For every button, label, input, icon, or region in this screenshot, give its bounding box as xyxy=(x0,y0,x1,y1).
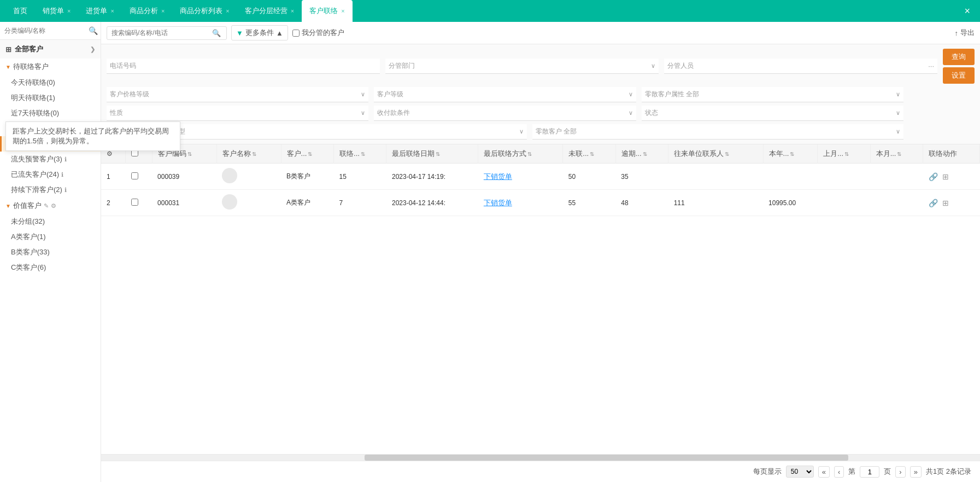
tooltip-box: 距客户上次交易时长，超过了此客户的平均交易周期的1.5倍，则视为异常。 xyxy=(5,121,180,151)
my-customer-filter[interactable]: 我分管的客户 xyxy=(292,28,344,38)
page-label: 第 xyxy=(848,467,855,477)
row2-grid-icon[interactable]: ⊞ xyxy=(942,199,949,207)
pending-contact-group[interactable]: ▼ 待联络客户 xyxy=(0,59,101,75)
row1-select-checkbox[interactable] xyxy=(131,172,138,179)
row1-checkbox[interactable] xyxy=(126,164,152,190)
close-customer-tier-icon[interactable]: × xyxy=(291,8,294,14)
col-no-contact[interactable]: 未联...⇅ xyxy=(563,144,615,164)
row2-link-icon[interactable]: 🔗 xyxy=(929,199,938,207)
table-header-row: ⚙ 客户编码⇅ 客户名称⇅ 客户...⇅ 联络...⇅ 最后联络日期⇅ 最后联络… xyxy=(101,144,980,164)
horizontal-scroll-thumb[interactable] xyxy=(365,455,848,461)
sidebar-search-bar: 🔍 xyxy=(0,22,101,40)
row1-method-link[interactable]: 下销货单 xyxy=(484,172,512,181)
page-number-input[interactable] xyxy=(860,466,879,478)
filter-department[interactable]: 分管部门 ∨ xyxy=(385,59,659,74)
row2-overdue: 48 xyxy=(615,190,668,216)
col-this-year[interactable]: 本年...⇅ xyxy=(763,144,818,164)
close-sales-order-icon[interactable]: × xyxy=(67,8,71,14)
next-page-button[interactable]: › xyxy=(895,466,905,478)
sidebar-item-a-class[interactable]: A类客户(1) xyxy=(0,229,101,245)
sort-icon-date: ⇅ xyxy=(436,151,440,157)
horizontal-scrollbar[interactable] xyxy=(101,454,980,461)
edit-icon[interactable]: ✎ xyxy=(44,202,49,210)
col-contact-person[interactable]: 往来单位联系人⇅ xyxy=(668,144,763,164)
col-contact-count[interactable]: 联络...⇅ xyxy=(334,144,386,164)
arrow-down-icon: ▼ xyxy=(5,64,11,70)
info-icon-churned: ℹ xyxy=(61,171,63,178)
filter-search-icon[interactable]: 🔍 xyxy=(212,29,221,37)
sidebar-item-b-class[interactable]: B类客户(33) xyxy=(0,245,101,260)
per-page-select[interactable]: 50 100 200 xyxy=(786,466,814,478)
filter-payment[interactable]: 收付款条件 ∨ xyxy=(374,106,636,121)
row2-last-method[interactable]: 下销货单 xyxy=(478,190,563,216)
filter-nature[interactable]: 性质 ∨ xyxy=(107,106,368,121)
nav-customer-tier[interactable]: 客户分层经营 × xyxy=(237,0,302,22)
filter-retail-attr[interactable]: 零散客户属性 全部 ∨ xyxy=(642,87,903,102)
nav-customer-contact[interactable]: 客户联络 × xyxy=(302,0,352,22)
value-customer-group[interactable]: ▼ 价值客户 ✎ ⚙ xyxy=(0,198,101,214)
sidebar-item-churned[interactable]: 已流失客户(24) ℹ xyxy=(0,167,101,182)
col-overdue[interactable]: 逾期...⇅ xyxy=(615,144,668,164)
sort-icon-code: ⇅ xyxy=(187,151,192,157)
row1-action: 🔗 ⊞ xyxy=(923,164,980,190)
close-purchase-order-icon[interactable]: × xyxy=(110,8,114,14)
row2-checkbox[interactable] xyxy=(126,190,152,216)
sort-icon-last-month: ⇅ xyxy=(844,151,849,157)
sidebar-item-declining[interactable]: 持续下滑客户(2) ℹ xyxy=(0,182,101,198)
query-button[interactable]: 查询 xyxy=(943,49,975,65)
col-last-month[interactable]: 上月...⇅ xyxy=(818,144,870,164)
settings-icon-value[interactable]: ⚙ xyxy=(51,202,56,210)
first-page-button[interactable]: « xyxy=(818,466,830,478)
nav-sales-order[interactable]: 销货单 × xyxy=(35,0,78,22)
row1-link-icon[interactable]: 🔗 xyxy=(929,172,938,181)
nav-product-analysis-list[interactable]: 商品分析列表 × xyxy=(172,0,237,22)
nav-purchase-order[interactable]: 进货单 × xyxy=(78,0,121,22)
filter-price-level[interactable]: 客户价格等级 ∨ xyxy=(107,87,368,102)
filter-phone[interactable]: 电话号码 xyxy=(107,59,380,74)
row2-contact: 7 xyxy=(334,190,386,216)
filter-manager[interactable]: 分管人员 ··· xyxy=(664,59,937,74)
more-conditions-button[interactable]: ▼ 更多条件 ▲ xyxy=(231,25,288,40)
row2-method-link[interactable]: 下销货单 xyxy=(484,199,512,207)
row2-code: 000031 xyxy=(152,190,216,216)
sidebar-item-churn-warning[interactable]: 流失预警客户(3) ℹ xyxy=(0,152,101,167)
customer-table-wrapper: ⚙ 客户编码⇅ 客户名称⇅ 客户...⇅ 联络...⇅ 最后联络日期⇅ 最后联络… xyxy=(101,144,980,454)
row1-last-method[interactable]: 下销货单 xyxy=(478,164,563,190)
prev-page-button[interactable]: ‹ xyxy=(834,466,844,478)
row1-last-month xyxy=(818,164,870,190)
nav-home[interactable]: 首页 xyxy=(5,0,35,22)
filter-search-input[interactable] xyxy=(112,29,210,37)
nav-product-analysis[interactable]: 商品分析 × xyxy=(122,0,172,22)
sidebar-item-tomorrow[interactable]: 明天待联络(1) xyxy=(0,90,101,106)
filter-status[interactable]: 状态 ∨ xyxy=(642,106,903,121)
col-type[interactable]: 客户...⇅ xyxy=(281,144,333,164)
window-close-button[interactable]: × xyxy=(960,5,975,17)
settings-button[interactable]: 设置 xyxy=(943,67,975,84)
filter-retail-customer[interactable]: 零散客户 全部 ∨ xyxy=(532,124,903,140)
close-customer-contact-icon[interactable]: × xyxy=(341,8,344,14)
close-product-analysis-icon[interactable]: × xyxy=(161,8,165,14)
sidebar-item-today[interactable]: 今天待联络(0) xyxy=(0,75,101,90)
all-customers-header[interactable]: ⊞ 全部客户 ❯ xyxy=(0,40,101,59)
sidebar-search-input[interactable] xyxy=(4,27,86,34)
row1-grid-icon[interactable]: ⊞ xyxy=(942,172,949,181)
my-customer-checkbox[interactable] xyxy=(292,30,300,37)
row1-last-date: 2023-04-17 14:19: xyxy=(386,164,478,190)
filter-customer-type[interactable]: 客户类型 ∨ xyxy=(156,124,527,140)
filter-customer-level[interactable]: 客户等级 ∨ xyxy=(374,87,636,102)
row2-select-checkbox[interactable] xyxy=(131,199,138,206)
row2-action-icons: 🔗 ⊞ xyxy=(929,199,975,207)
col-name[interactable]: 客户名称⇅ xyxy=(216,144,281,164)
export-button[interactable]: ↑ 导出 xyxy=(955,28,975,38)
col-last-date[interactable]: 最后联络日期⇅ xyxy=(386,144,478,164)
sidebar-search-icon[interactable]: 🔍 xyxy=(89,26,98,35)
sidebar-item-ungrouped[interactable]: 未分组(32) xyxy=(0,214,101,229)
pagination-bar: 每页显示 50 100 200 « ‹ 第 页 › » 共1页 2条记录 xyxy=(101,461,980,482)
sidebar-item-7days[interactable]: 近7天待联络(0) xyxy=(0,106,101,121)
close-product-analysis-list-icon[interactable]: × xyxy=(226,8,229,14)
col-this-month[interactable]: 本月...⇅ xyxy=(870,144,923,164)
col-last-method[interactable]: 最后联络方式⇅ xyxy=(478,144,563,164)
sidebar-item-c-class[interactable]: C类客户(6) xyxy=(0,260,101,275)
last-page-button[interactable]: » xyxy=(910,466,922,478)
row2-type: A类客户 xyxy=(281,190,333,216)
